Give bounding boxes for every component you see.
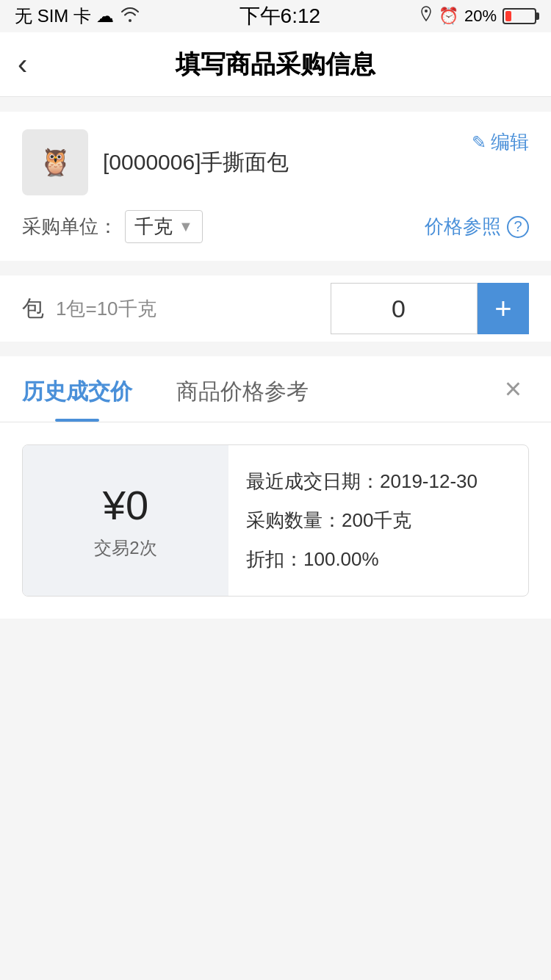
page-title: 填写商品采购信息 <box>176 48 375 82</box>
unit-dropdown-icon: ▼ <box>179 218 193 235</box>
svg-point-0 <box>425 10 428 12</box>
quantity-input[interactable] <box>331 283 478 334</box>
tabs-header: 历史成交价 商品价格参考 × <box>0 356 551 422</box>
product-name: [0000006]手撕面包 <box>103 148 289 178</box>
edit-icon: ✎ <box>472 132 486 153</box>
recent-date-value: 2019-12-30 <box>380 470 478 492</box>
price-card-right: 最近成交日期：2019-12-30 采购数量：200千克 折扣：100.00% <box>228 445 528 596</box>
tab-content-history: ¥0 交易2次 最近成交日期：2019-12-30 采购数量：200千克 折扣：… <box>0 422 551 619</box>
product-logo: 🦉 <box>22 129 88 195</box>
quantity-row-value: 200千克 <box>342 509 411 531</box>
quantity-label-area: 包 1包=10千克 <box>22 294 156 324</box>
tabs-list: 历史成交价 商品价格参考 <box>22 356 309 422</box>
quantity-row-label: 采购数量： <box>246 509 342 531</box>
product-unit-row: 采购单位： 千克 ▼ 价格参照 ? <box>22 210 529 243</box>
back-button[interactable]: ‹ <box>18 48 27 81</box>
discount-label: 折扣： <box>246 548 303 570</box>
discount-row: 折扣：100.00% <box>246 545 511 574</box>
battery-icon <box>503 8 536 24</box>
status-time: 下午6:12 <box>240 2 321 30</box>
product-header: 🦉 [0000006]手撕面包 ✎ 编辑 <box>22 129 529 195</box>
quantity-input-area: + <box>331 283 529 334</box>
tabs-section: 历史成交价 商品价格参考 × ¥0 交易2次 最近成交日期：2019-12-30… <box>0 356 551 619</box>
unit-value: 千克 <box>134 214 173 239</box>
price-ref-help-icon: ? <box>507 216 529 238</box>
product-card: 🦉 [0000006]手撕面包 ✎ 编辑 采购单位： 千克 ▼ 价格参照 ? <box>0 112 551 261</box>
price-trades: 交易2次 <box>94 536 156 560</box>
package-ratio: 1包=10千克 <box>56 296 156 322</box>
product-logo-icon: 🦉 <box>39 147 72 178</box>
tab-close-button[interactable]: × <box>497 365 529 413</box>
unit-label: 采购单位： <box>22 214 118 239</box>
quantity-plus-button[interactable]: + <box>478 283 529 334</box>
tab-product-price-ref[interactable]: 商品价格参考 <box>176 356 309 422</box>
status-left: 无 SIM 卡 ☁ <box>15 4 140 28</box>
recent-date-label: 最近成交日期： <box>246 470 380 492</box>
product-info-row: 🦉 [0000006]手撕面包 <box>22 129 289 195</box>
tab-history-price[interactable]: 历史成交价 <box>22 356 132 422</box>
package-icon: 包 <box>22 294 44 324</box>
quantity-row: 采购数量：200千克 <box>246 506 511 535</box>
battery-text: 20% <box>464 7 497 26</box>
recent-date-row: 最近成交日期：2019-12-30 <box>246 467 511 496</box>
edit-button[interactable]: ✎ 编辑 <box>472 129 529 155</box>
status-right: ⏰ 20% <box>419 6 536 26</box>
price-amount: ¥0 <box>103 481 148 529</box>
edit-label: 编辑 <box>491 129 529 155</box>
nav-bar: ‹ 填写商品采购信息 <box>0 32 551 97</box>
wifi-icon <box>120 6 140 26</box>
discount-value: 100.00% <box>303 548 379 570</box>
unit-select[interactable]: 千克 ▼ <box>125 210 203 243</box>
price-card-left: ¥0 交易2次 <box>23 445 228 596</box>
price-ref-label: 价格参照 <box>425 214 501 239</box>
status-bar: 无 SIM 卡 ☁ 下午6:12 ⏰ 20% <box>0 0 551 32</box>
alarm-icon: ⏰ <box>439 7 458 26</box>
main-content <box>0 619 551 980</box>
quantity-section: 包 1包=10千克 + <box>0 275 551 342</box>
no-sim-text: 无 SIM 卡 ☁ <box>15 4 114 28</box>
price-ref-button[interactable]: 价格参照 ? <box>425 214 529 239</box>
price-card: ¥0 交易2次 最近成交日期：2019-12-30 采购数量：200千克 折扣：… <box>22 444 529 597</box>
location-icon <box>419 6 433 26</box>
